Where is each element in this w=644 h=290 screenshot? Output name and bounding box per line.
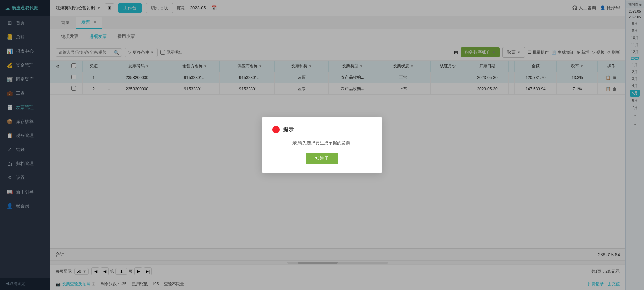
modal-confirm-button[interactable]: 知道了: [306, 153, 338, 164]
modal-title: 提示: [283, 126, 294, 133]
modal-message: 亲,请先选择要生成单据的发票!: [272, 140, 372, 146]
modal-dialog: ! 提示 亲,请先选择要生成单据的发票! 知道了: [262, 117, 382, 173]
app-container: ☁ 畅捷通易代账 ⊞ 首页 📒 总账 📊 报表中心 💰 资金管理 🏢 固定: [0, 0, 644, 290]
modal-header: ! 提示: [272, 126, 372, 133]
warning-icon: !: [272, 126, 280, 133]
exclamation-mark: !: [275, 127, 277, 132]
modal-overlay: ! 提示 亲,请先选择要生成单据的发票! 知道了: [0, 0, 644, 290]
modal-footer: 知道了: [272, 153, 372, 164]
